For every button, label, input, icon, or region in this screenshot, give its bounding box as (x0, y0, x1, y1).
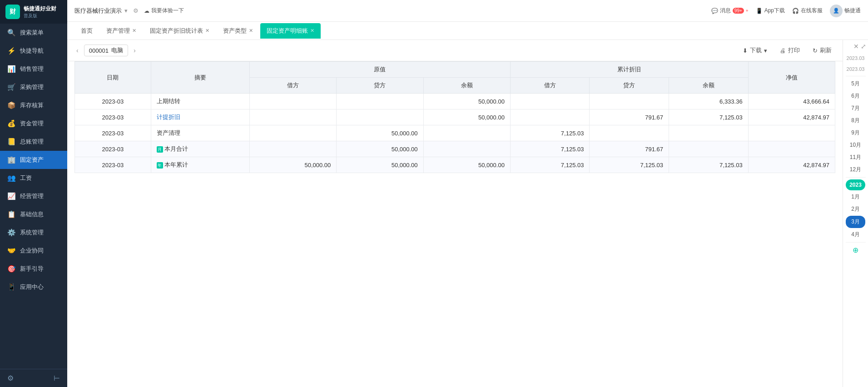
sidebar-item-label: 搜索菜单 (20, 29, 44, 37)
message-btn[interactable]: 💬 消息 99+ + (711, 7, 749, 15)
td-net-value (748, 125, 835, 141)
sidebar-item-system[interactable]: ⚙️ 系统管理 (0, 223, 67, 242)
tab-depreciation-table[interactable]: 固定资产折旧统计表 ✕ (144, 23, 216, 39)
sidebar-item-payroll[interactable]: 👥 工资 (0, 169, 67, 187)
tab-asset-type-close[interactable]: ✕ (249, 28, 253, 34)
td-orig-balance: 50,000.00 (423, 157, 510, 173)
sidebar-item-label: 工资 (20, 174, 32, 182)
sidebar-item-search[interactable]: 🔍 搜索菜单 (0, 24, 67, 42)
td-dep-credit: 791.67 (590, 109, 669, 125)
month-sidebar-controls: ✕ ⤢ (843, 40, 868, 53)
sub-nav: ‹ 000001 电脑 › ⬇ 下载 ▾ 🖨 (67, 40, 843, 61)
month-item-3[interactable]: 3月 (846, 216, 865, 228)
prev-asset-btn[interactable]: ‹ (74, 46, 80, 55)
sidebar-item-enterprise[interactable]: 🤝 企业协同 (0, 242, 67, 260)
inventory-icon: 📦 (7, 101, 15, 109)
sidebar-item-inventory[interactable]: 📦 库存核算 (0, 96, 67, 114)
month-item-12[interactable]: 12月 (843, 164, 868, 176)
table-row: 2023-03 上期结转 50,000.00 6,333.36 43,666.6… (75, 94, 835, 109)
sidebar-item-app-center[interactable]: 📱 应用中心 (0, 278, 67, 296)
scroll-down-icon[interactable]: ⊕ (853, 246, 858, 254)
sidebar-item-label: 销售管理 (20, 65, 44, 73)
sidebar-item-label: 资金管理 (20, 119, 44, 128)
base-info-icon: 📋 (7, 210, 15, 218)
service-icon: 🎧 (792, 8, 799, 14)
month-year-header-1: 2023.03 (843, 53, 868, 64)
sidebar-item-base-info[interactable]: 📋 基础信息 (0, 205, 67, 223)
month-item-4[interactable]: 4月 (843, 228, 868, 241)
settings-icon[interactable]: ⚙ (7, 374, 14, 382)
experience-btn[interactable]: ☁ 我要体验一下 (144, 7, 184, 15)
sidebar-item-quick-nav[interactable]: ⚡ 快捷导航 (0, 42, 67, 60)
app-download-btn[interactable]: 📱 App下载 (756, 7, 785, 15)
tab-asset-mgmt-label: 资产管理 (106, 27, 130, 35)
td-dep-balance (669, 125, 749, 141)
asset-detail-page: ‹ 000001 电脑 › ⬇ 下载 ▾ 🖨 (67, 40, 843, 387)
sidebar-item-guide[interactable]: 🎯 新手引导 (0, 260, 67, 278)
close-sidebar-btn[interactable]: ✕ (853, 43, 859, 50)
enterprise-icon: 🤝 (7, 247, 15, 255)
sidebar-item-label: 库存核算 (20, 101, 44, 109)
settings-topbar-icon[interactable]: ⚙ (133, 7, 139, 14)
month-year-2023[interactable]: 2023 (846, 179, 865, 190)
td-dep-credit (590, 125, 669, 141)
td-orig-credit (337, 109, 423, 125)
tab-asset-detail[interactable]: 固定资产明细账 ✕ (260, 23, 321, 39)
asset-code: 000001 (89, 47, 109, 54)
sidebar-item-purchase[interactable]: 🛒 采购管理 (0, 78, 67, 96)
tab-home[interactable]: 首页 (74, 23, 99, 39)
tab-asset-mgmt[interactable]: 资产管理 ✕ (100, 23, 143, 39)
sidebar-item-sales[interactable]: 📊 销售管理 (0, 60, 67, 78)
tab-asset-detail-close[interactable]: ✕ (310, 28, 314, 34)
company-name: 医疗器械行业演示 (74, 7, 122, 15)
user-menu[interactable]: 👤 畅捷通 (830, 5, 861, 17)
month-item-11[interactable]: 11月 (843, 151, 868, 164)
month-item-1[interactable]: 1月 (843, 191, 868, 203)
summary-badge: 月 (157, 146, 163, 153)
month-item-5[interactable]: 5月 (843, 78, 868, 90)
online-service-btn[interactable]: 🎧 在线客服 (792, 7, 823, 15)
sidebar-item-label: 企业协同 (20, 247, 44, 255)
collapse-icon[interactable]: ⊢ (54, 374, 60, 382)
td-orig-balance (423, 141, 510, 157)
sidebar-item-ledger[interactable]: 📒 总账管理 (0, 133, 67, 151)
sidebar-item-label: 新手引导 (20, 265, 44, 273)
month-item-9[interactable]: 9月 (843, 127, 868, 139)
sidebar-item-operations[interactable]: 📈 经营管理 (0, 187, 67, 205)
sidebar-item-fixed-assets[interactable]: 🏢 固定资产 (0, 151, 67, 169)
month-scroll-down[interactable]: ⊕ (843, 244, 868, 256)
month-item-8[interactable]: 8月 (843, 114, 868, 127)
print-icon: 🖨 (780, 47, 786, 54)
download-btn[interactable]: ⬇ 下载 ▾ (739, 45, 771, 56)
td-dep-credit: 791.67 (590, 141, 669, 157)
refresh-btn[interactable]: ↻ 刷新 (809, 45, 835, 56)
company-selector[interactable]: 医疗器械行业演示 ▾ (74, 7, 128, 15)
next-asset-btn[interactable]: › (132, 46, 138, 55)
sidebar-item-label: 采购管理 (20, 83, 44, 91)
td-date: 2023-03 (75, 125, 151, 141)
expand-sidebar-btn[interactable]: ⤢ (861, 43, 866, 50)
topbar: 医疗器械行业演示 ▾ ⚙ ☁ 我要体验一下 💬 消息 99+ + 📱 App下载… (67, 0, 868, 22)
print-btn[interactable]: 🖨 打印 (776, 45, 804, 56)
download-dropdown-icon: ▾ (764, 47, 767, 54)
avatar: 👤 (830, 5, 843, 17)
month-item-2[interactable]: 2月 (843, 203, 868, 215)
tab-depreciation-label: 固定资产折旧统计表 (150, 27, 203, 35)
yearly-badge: 年 (157, 162, 163, 169)
month-item-6[interactable]: 6月 (843, 90, 868, 102)
tab-asset-mgmt-close[interactable]: ✕ (132, 28, 136, 34)
month-item-7[interactable]: 7月 (843, 102, 868, 114)
tab-asset-type[interactable]: 资产类型 ✕ (217, 23, 259, 39)
month-item-10[interactable]: 10月 (843, 139, 868, 151)
main-area: 医疗器械行业演示 ▾ ⚙ ☁ 我要体验一下 💬 消息 99+ + 📱 App下载… (67, 0, 868, 387)
td-date: 2023-03 (75, 141, 151, 157)
download-icon: ⬇ (743, 47, 748, 54)
td-date: 2023-03 (75, 109, 151, 125)
td-orig-debit (249, 94, 336, 109)
asset-selector[interactable]: 000001 电脑 (84, 45, 128, 56)
td-orig-balance: 50,000.00 (423, 94, 510, 109)
sidebar-item-capital[interactable]: 💰 资金管理 (0, 114, 67, 133)
td-orig-balance: 50,000.00 (423, 109, 510, 125)
table-row-monthly-total: 2023-03 月本月合计 50,000.00 7,125.03 791.67 (75, 141, 835, 157)
tab-depreciation-close[interactable]: ✕ (205, 28, 209, 34)
